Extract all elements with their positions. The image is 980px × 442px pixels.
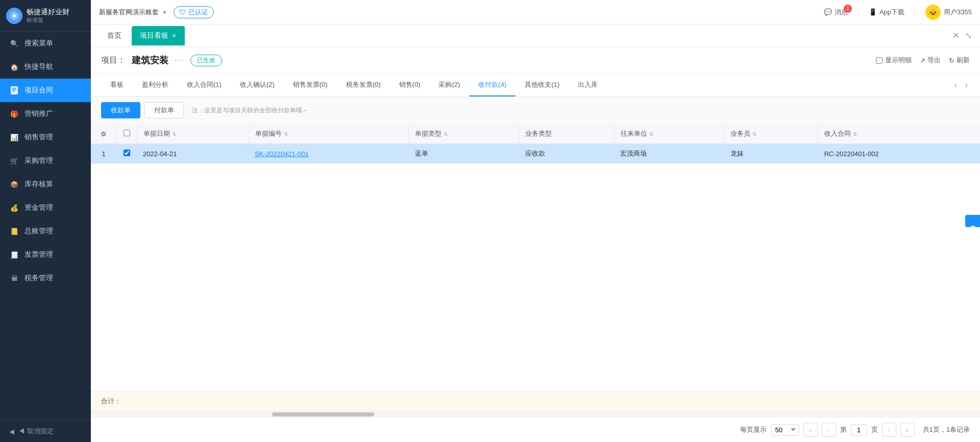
td-biz-type: 应收款 (519, 144, 615, 164)
next-page-button[interactable]: › (882, 423, 896, 437)
total-pages-info: 共1页，1条记录 (923, 425, 970, 434)
sub-tab-income-contract[interactable]: 收入合同(1) (178, 74, 231, 96)
project-more-button[interactable]: ··· (175, 56, 184, 65)
sidebar-item-inventory[interactable]: 📦 库存核算 (0, 173, 91, 196)
show-detail-input[interactable] (876, 57, 883, 64)
unpin-sidebar-button[interactable]: ◀ ◀ 取消固定 (0, 420, 91, 442)
sub-tab-kanban[interactable]: 看板 (101, 74, 133, 96)
main-content: 新服务官网演示账套 ▼ 🛡 已认证 💬 消息 1 📱 App下载 🐱 (91, 0, 980, 442)
gift-icon: 🎁 (9, 109, 19, 119)
scrollbar-thumb[interactable] (272, 412, 374, 416)
sidebar-item-label: 搜索菜单 (24, 39, 53, 48)
app-download-button[interactable]: 📱 App下载 (869, 8, 904, 17)
th-salesperson[interactable]: 业务员 ⇅ (724, 124, 818, 144)
user-profile-button[interactable]: 🐱 用户3355 (925, 5, 972, 20)
table-footer: 合计： (91, 391, 980, 411)
avatar: 🐱 (925, 5, 941, 20)
sidebar: 畅捷通好业财 标准版 🔍 搜索菜单 🏠 快捷导航 项目合同 🎁 (0, 0, 91, 442)
account-selector[interactable]: 新服务官网演示账套 ▼ (99, 8, 167, 17)
app-logo-icon (6, 8, 22, 24)
table-container: ⚙ 单据日期 ⇅ 单据编号 (91, 124, 980, 391)
export-button[interactable]: ↗ 导出 (920, 56, 941, 65)
sidebar-item-label: 税务管理 (24, 274, 53, 283)
per-page-select[interactable]: 50 20 100 (771, 424, 799, 436)
box-icon: 📦 (9, 179, 19, 189)
message-button[interactable]: 💬 消息 1 (824, 8, 848, 17)
sidebar-item-tax[interactable]: 🏛 税务管理 (0, 266, 91, 290)
payment-bill-tab[interactable]: 付款单 (144, 102, 184, 118)
sub-tab-tax-invoice[interactable]: 税务发票(0) (337, 74, 390, 96)
sidebar-item-label: 快捷导航 (24, 62, 53, 71)
sidebar-item-finance[interactable]: 💰 资金管理 (0, 196, 91, 219)
tab-project-board[interactable]: 项目看板 ✕ (132, 26, 185, 45)
sidebar-item-ledger[interactable]: 📒 总账管理 (0, 219, 91, 243)
close-window-icon[interactable]: ✕ (952, 31, 959, 40)
th-income-contract[interactable]: 收入合同 ⇅ (818, 124, 980, 144)
sub-tab-purchase[interactable]: 采购(2) (429, 74, 469, 96)
notification-badge: 1 (844, 5, 852, 13)
sub-tab-receipt[interactable]: 收付款(4) (469, 74, 516, 96)
svg-rect-1 (11, 86, 18, 94)
bill-number-link[interactable]: SK-20220421-001 (255, 150, 309, 158)
sort-icon: ⇅ (853, 131, 857, 137)
sub-tab-warehouse[interactable]: 出入库 (569, 74, 607, 96)
row-checkbox[interactable] (124, 150, 130, 156)
divider (858, 7, 859, 17)
nav-prev-icon[interactable]: ‹ (952, 79, 959, 92)
export-label: 导出 (927, 56, 941, 65)
td-income-contract: RC-20220401-002 (818, 144, 980, 164)
sidebar-item-contract[interactable]: 项目合同 (0, 79, 91, 102)
sort-icon: ⇅ (284, 131, 288, 137)
export-icon: ↗ (920, 57, 925, 64)
sort-icon: ⇅ (444, 131, 448, 137)
show-detail-checkbox[interactable]: 显示明细 (876, 56, 912, 65)
sidebar-item-search[interactable]: 🔍 搜索菜单 (0, 32, 91, 55)
sub-tab-sales-invoice[interactable]: 销售发票(0) (284, 74, 337, 96)
th-type[interactable]: 单据类型 ⇅ (409, 124, 519, 144)
th-date[interactable]: 单据日期 ⇅ (137, 124, 249, 144)
current-page-number[interactable]: 1 (851, 424, 867, 436)
home-icon: 🏠 (9, 62, 19, 72)
table-row[interactable]: 1 2022-04-21 SK-20220421-001 蓝单 应收款 宏茂商场… (91, 144, 980, 164)
maximize-window-icon[interactable]: ⤡ (965, 31, 972, 40)
sub-tab-profit[interactable]: 盈利分析 (133, 74, 178, 96)
sub-tab-other-expense[interactable]: 其他收支(1) (516, 74, 569, 96)
app-download-label: App下载 (879, 8, 904, 17)
project-status-badge: 已生效 (190, 55, 222, 66)
tab-window-controls: ✕ ⤡ (952, 31, 972, 40)
sub-tab-sales[interactable]: 销售(0) (390, 74, 430, 96)
select-all-checkbox[interactable] (124, 130, 130, 136)
sort-icon: ⇅ (172, 131, 176, 137)
sort-icon: ⇅ (752, 131, 756, 137)
sidebar-item-label: 销售管理 (24, 133, 53, 142)
th-partner[interactable]: 往来单位 ⇅ (614, 124, 724, 144)
project-actions: 显示明细 ↗ 导出 ↻ 刷新 (876, 56, 970, 65)
td-index: 1 (91, 144, 116, 164)
th-number[interactable]: 单据编号 ⇅ (249, 124, 409, 144)
nav-next-icon[interactable]: › (963, 79, 970, 92)
first-page-button[interactable]: « (803, 423, 818, 437)
td-number[interactable]: SK-20220421-001 (249, 144, 409, 164)
sidebar-item-marketing[interactable]: 🎁 营销推广 (0, 102, 91, 126)
table-scrollbar[interactable] (91, 411, 980, 417)
sidebar-item-quicknav[interactable]: 🏠 快捷导航 (0, 55, 91, 79)
chart-icon: 📊 (9, 132, 19, 142)
refresh-button[interactable]: ↻ 刷新 (949, 56, 970, 65)
feedback-button[interactable]: 意见反馈 (965, 215, 980, 227)
tab-home[interactable]: 首页 (99, 26, 130, 45)
last-page-button[interactable]: » (900, 423, 915, 437)
sidebar-item-label: 发票管理 (24, 250, 53, 259)
certified-label: 已认证 (188, 8, 208, 17)
th-gear[interactable]: ⚙ (91, 124, 116, 144)
sidebar-item-purchase[interactable]: 🛒 采购管理 (0, 149, 91, 173)
sidebar-item-sales[interactable]: 📊 销售管理 (0, 126, 91, 149)
sub-tabs: 看板 盈利分析 收入合同(1) 收入确认(2) 销售发票(0) 税务发票(0) … (91, 74, 980, 97)
prev-page-button[interactable]: ‹ (822, 423, 836, 437)
receipt-bill-tab[interactable]: 收款单 (101, 102, 140, 118)
pagination: 每页显示 50 20 100 « ‹ 第 1 页 › » 共1页，1条记录 (91, 417, 980, 442)
sidebar-item-invoice[interactable]: 🧾 发票管理 (0, 243, 91, 266)
sub-tab-income-confirm[interactable]: 收入确认(2) (231, 74, 284, 96)
sub-tab-nav: ‹ › (952, 79, 970, 92)
app-name: 畅捷通好业财 (27, 7, 69, 16)
tab-close-icon[interactable]: ✕ (172, 32, 177, 39)
